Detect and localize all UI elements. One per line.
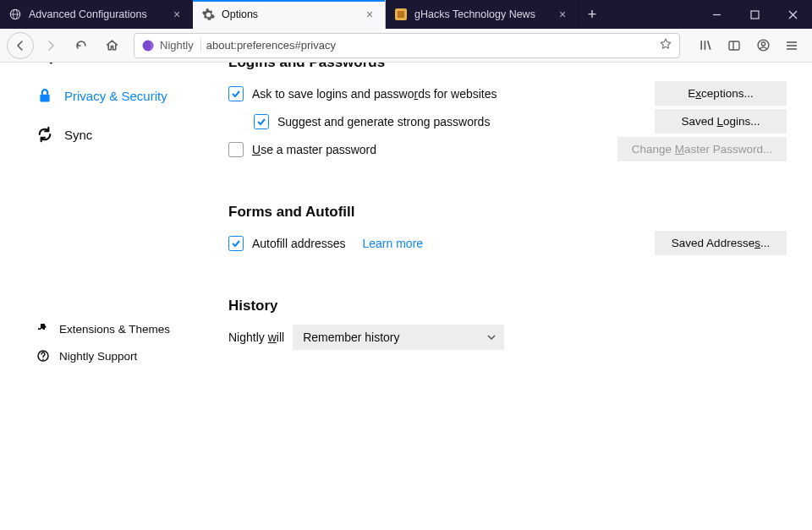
tab-strip: Advanced Configurations × Options × gHac… [0,0,698,29]
identity-box[interactable]: Nightly [141,39,201,52]
lock-icon [36,86,54,105]
sidebar-item-privacy[interactable]: Privacy & Security [36,76,186,115]
nav-toolbar: Nightly about:preferences#privacy [0,29,812,63]
sidebar-footer-label: Nightly Support [59,350,137,363]
main-content: Find in Options Manage Data... Delete co… [195,63,812,378]
new-tab-button[interactable]: + [579,0,606,29]
forward-button[interactable] [37,32,64,59]
reload-button[interactable] [68,32,95,59]
tab-ghacks[interactable]: gHacks Technology News × [386,0,579,29]
ask-save-logins-checkbox[interactable] [228,86,244,101]
close-icon[interactable]: × [170,8,184,21]
use-master-checkbox[interactable] [228,142,244,157]
sidebar-button[interactable] [721,32,748,59]
tab-label: Advanced Configurations [29,8,170,20]
sidebar-footer-extensions[interactable]: Extensions & Themes [36,315,186,342]
library-button[interactable] [692,32,719,59]
question-icon [36,349,51,363]
sidebar-item-search[interactable]: Search [36,63,186,76]
svg-rect-6 [751,11,759,19]
ask-save-logins-label: Ask to save logins and passwords for web… [252,87,497,101]
sidebar-item-label: Sync [64,128,92,142]
suggest-strong-checkbox[interactable] [254,114,269,129]
tab-label: Options [222,8,363,20]
sidebar-item-label: Privacy & Security [64,89,167,103]
gear-icon [201,8,215,21]
chevron-down-icon [487,331,496,344]
svg-point-16 [761,42,765,46]
maximize-button[interactable] [736,0,774,29]
sidebar-footer-label: Extensions & Themes [59,323,170,336]
section-forms-title: Forms and Autofill [228,204,787,221]
section-logins-title: Logins and Passwords [228,63,787,71]
change-master-button: Change Master Password... [617,137,787,161]
puzzle-icon [36,322,51,336]
bookmark-star-icon[interactable] [659,37,672,53]
exceptions-button[interactable]: Exceptions... [655,81,787,106]
minimize-button[interactable] [698,0,736,29]
autofill-addresses-label: Autofill addresses [252,237,346,250]
history-mode-select[interactable]: Remember history [293,325,504,350]
site-favicon [394,8,408,21]
section-history-title: History [228,298,787,314]
back-button[interactable] [7,32,34,59]
history-prefix: Nightly will [228,331,284,344]
tab-advanced-configurations[interactable]: Advanced Configurations × [0,0,193,29]
preferences-page: General Home Search Privacy & Security S… [0,63,812,530]
globe-icon [8,8,22,21]
svg-line-12 [707,41,710,50]
autofill-addresses-checkbox[interactable] [228,236,244,251]
svg-line-21 [47,63,51,63]
sidebar-item-label: Search [64,63,105,64]
close-icon[interactable]: × [556,8,569,21]
tab-options[interactable]: Options × [193,0,386,29]
learn-more-link[interactable]: Learn more [363,237,424,250]
title-bar: Advanced Configurations × Options × gHac… [0,0,812,29]
suggest-strong-label: Suggest and generate strong passwords [277,115,490,128]
sidebar-footer-support[interactable]: Nightly Support [36,342,186,369]
window-controls [698,0,812,29]
history-mode-selected: Remember history [303,331,399,344]
close-window-button[interactable] [774,0,812,29]
identity-label: Nightly [160,39,194,52]
sidebar-item-sync[interactable]: Sync [36,115,186,154]
url-text: about:preferences#privacy [206,39,654,52]
account-button[interactable] [749,32,776,59]
tab-label: gHacks Technology News [414,8,556,20]
sync-icon [36,125,54,144]
menu-button[interactable] [778,32,805,59]
categories-sidebar: General Home Search Privacy & Security S… [0,63,195,378]
saved-logins-button[interactable]: Saved Logins... [655,109,787,134]
svg-rect-13 [729,41,739,50]
home-button[interactable] [98,32,125,59]
saved-addresses-button[interactable]: Saved Addresses... [655,231,787,255]
url-bar[interactable]: Nightly about:preferences#privacy [134,33,680,58]
svg-rect-4 [398,11,404,18]
firefox-icon [141,39,155,52]
close-icon[interactable]: × [363,8,376,21]
svg-rect-22 [40,95,49,102]
search-icon [36,63,54,66]
use-master-label: Use a master password [252,143,376,156]
